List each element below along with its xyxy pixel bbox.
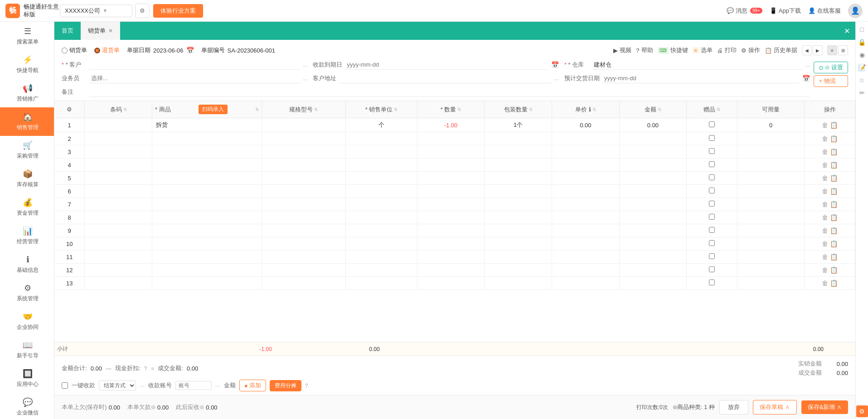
row-product[interactable]: [152, 198, 262, 211]
gift-checkbox[interactable]: [709, 227, 715, 233]
trial-button[interactable]: 体验行业方案: [153, 4, 203, 18]
row-pack[interactable]: [485, 159, 552, 172]
row-amount[interactable]: [619, 145, 687, 159]
delete-icon[interactable]: 🗑: [822, 135, 828, 142]
row-spec[interactable]: [262, 132, 346, 145]
gift-checkbox[interactable]: [709, 266, 715, 272]
copy-icon[interactable]: 📋: [830, 188, 838, 195]
copy-icon[interactable]: 📋: [830, 174, 838, 182]
right-tool-circle[interactable]: ◉: [856, 49, 868, 61]
row-amount[interactable]: [619, 172, 687, 185]
row-barcode[interactable]: [85, 277, 152, 290]
row-unit[interactable]: [346, 145, 417, 159]
row-product[interactable]: 拆货: [152, 118, 262, 132]
delete-icon[interactable]: 🗑: [822, 279, 828, 287]
row-spec[interactable]: [262, 185, 346, 198]
row-barcode[interactable]: [85, 237, 152, 250]
row-qty[interactable]: [417, 237, 485, 250]
row-price[interactable]: [552, 172, 620, 185]
row-pack[interactable]: 1个: [485, 118, 552, 132]
row-barcode[interactable]: [85, 132, 152, 145]
copy-icon[interactable]: 📋: [830, 135, 838, 142]
tab-close-icon[interactable]: ✕: [108, 28, 113, 34]
customer-addr-input[interactable]: [340, 73, 551, 83]
tab-home[interactable]: 首页: [54, 22, 81, 40]
radio-return-input[interactable]: [94, 48, 100, 53]
row-qty[interactable]: [417, 224, 485, 237]
gift-sort-icon[interactable]: ⇅: [717, 107, 720, 112]
salesman-input[interactable]: [89, 73, 300, 83]
settings-button[interactable]: ⊙ ⊙ 设置: [814, 62, 848, 73]
delete-icon[interactable]: 🗑: [822, 161, 828, 169]
row-price[interactable]: 0.00: [552, 118, 620, 132]
payment-date-input[interactable]: [345, 60, 548, 70]
row-pack[interactable]: [485, 132, 552, 145]
expense-help-icon[interactable]: ?: [305, 382, 308, 389]
row-spec[interactable]: [262, 211, 346, 224]
row-unit[interactable]: [346, 277, 417, 290]
row-amount[interactable]: [619, 198, 687, 211]
pack-sort-icon[interactable]: ⇅: [529, 107, 533, 112]
row-gift[interactable]: [687, 224, 737, 237]
row-spec[interactable]: [262, 237, 346, 250]
delete-icon[interactable]: 🗑: [822, 148, 828, 155]
row-pack[interactable]: [485, 250, 552, 264]
delete-icon[interactable]: 🗑: [822, 214, 828, 221]
row-unit[interactable]: [346, 198, 417, 211]
copy-icon[interactable]: 📋: [830, 214, 838, 221]
row-gift[interactable]: [687, 145, 737, 159]
right-tool-1[interactable]: □: [856, 24, 868, 35]
row-gift[interactable]: [687, 172, 737, 185]
row-gift[interactable]: [687, 198, 737, 211]
row-pack[interactable]: [485, 185, 552, 198]
row-price[interactable]: [552, 145, 620, 159]
print-btn[interactable]: 🖨 打印: [717, 46, 737, 54]
row-price[interactable]: [552, 159, 620, 172]
row-unit[interactable]: [346, 250, 417, 264]
operations-btn[interactable]: ⚙ 操作: [741, 46, 760, 54]
copy-icon[interactable]: 📋: [830, 227, 838, 234]
sidebar-item-wechat[interactable]: 💬 企业微信: [0, 393, 54, 419]
expected-date-input[interactable]: [602, 73, 800, 83]
warehouse-input[interactable]: [592, 60, 803, 70]
calendar2-icon[interactable]: 📅: [551, 61, 559, 68]
row-amount[interactable]: [619, 185, 687, 198]
copy-icon[interactable]: 📋: [830, 266, 838, 274]
online-support-action[interactable]: 👤 在线客服: [808, 7, 841, 15]
row-product[interactable]: [152, 159, 262, 172]
row-barcode[interactable]: [85, 198, 152, 211]
row-price[interactable]: [552, 277, 620, 290]
customer-input[interactable]: [89, 60, 300, 70]
row-pack[interactable]: [485, 145, 552, 159]
row-product[interactable]: [152, 145, 262, 159]
copy-icon[interactable]: 📋: [830, 161, 838, 169]
list-view-btn[interactable]: ≡: [827, 45, 837, 55]
settings-col-icon[interactable]: ⚙: [67, 106, 72, 113]
gift-checkbox[interactable]: [709, 214, 715, 220]
row-gift[interactable]: [687, 250, 737, 264]
row-price[interactable]: [552, 132, 620, 145]
save-new-button[interactable]: 保存&新增 ∧: [801, 400, 848, 414]
company-selector[interactable]: XXXXXX公司 ▼: [60, 5, 132, 17]
row-gift[interactable]: [687, 277, 737, 290]
row-price[interactable]: [552, 185, 620, 198]
row-qty[interactable]: [417, 132, 485, 145]
right-tool-lock[interactable]: 🔒: [856, 36, 868, 48]
sidebar-item-apps[interactable]: 🔲 应用中心: [0, 364, 54, 393]
barcode-input[interactable]: [87, 122, 149, 129]
delete-icon[interactable]: 🗑: [822, 253, 828, 260]
row-spec[interactable]: [262, 198, 346, 211]
row-product[interactable]: [152, 211, 262, 224]
grid-view-btn[interactable]: ⊞: [838, 45, 848, 55]
row-amount[interactable]: [619, 224, 687, 237]
row-pack[interactable]: [485, 237, 552, 250]
delete-icon[interactable]: 🗑: [822, 227, 828, 234]
row-qty[interactable]: [417, 211, 485, 224]
row-spec[interactable]: [262, 159, 346, 172]
row-gift[interactable]: [687, 118, 737, 132]
delete-icon[interactable]: 🗑: [822, 201, 828, 208]
row-gift[interactable]: [687, 237, 737, 250]
row-barcode[interactable]: [85, 224, 152, 237]
row-qty[interactable]: [417, 277, 485, 290]
gift-checkbox[interactable]: [709, 240, 715, 246]
